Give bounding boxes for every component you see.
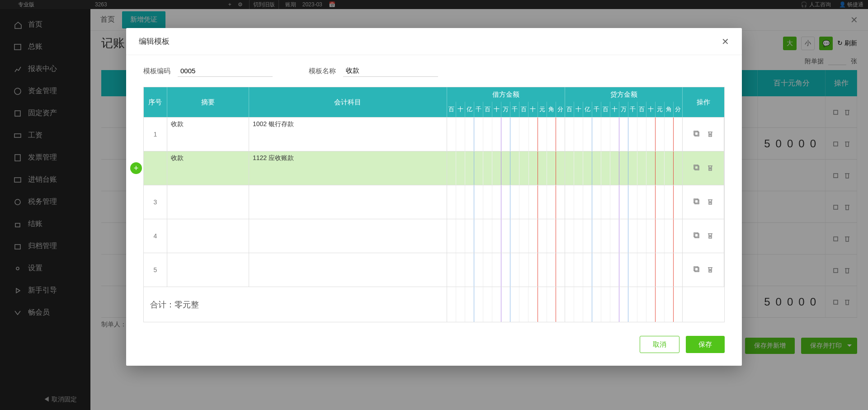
template-row[interactable]: 3	[144, 185, 724, 219]
unit-cell: 千	[474, 102, 483, 117]
total-label: 合计：零元整	[144, 287, 447, 322]
close-icon[interactable]: ✕	[722, 36, 729, 47]
cell-credit[interactable]	[565, 118, 683, 151]
unit-cell: 分	[674, 102, 682, 117]
cell-credit[interactable]	[565, 185, 683, 219]
unit-cell: 百	[483, 102, 492, 117]
cell-summary[interactable]	[167, 253, 249, 287]
cell-credit[interactable]	[565, 253, 683, 287]
unit-cell: 十	[492, 102, 501, 117]
cell-account[interactable]	[249, 185, 447, 219]
unit-cell: 百	[601, 102, 610, 117]
unit-cell: 十	[456, 102, 465, 117]
unit-cell: 角	[665, 102, 674, 117]
delete-row-icon[interactable]	[707, 130, 714, 139]
cell-ops	[683, 253, 724, 287]
copy-row-icon[interactable]	[693, 266, 700, 274]
col-summary: 摘要	[167, 87, 249, 117]
template-row[interactable]: +收款1122 应收账款	[144, 151, 724, 185]
cell-account[interactable]	[249, 219, 447, 253]
template-row[interactable]: 1收款1002 银行存款	[144, 117, 724, 151]
copy-row-icon[interactable]	[693, 232, 700, 240]
template-row[interactable]: 4	[144, 219, 724, 253]
template-row[interactable]: 5	[144, 253, 724, 287]
unit-cell: 万	[619, 102, 628, 117]
unit-cell: 千	[628, 102, 637, 117]
cell-account[interactable]: 1122 应收账款	[249, 151, 447, 185]
cell-summary[interactable]	[167, 185, 249, 219]
col-debit: 借方金额	[447, 87, 565, 102]
cell-seq: 1	[144, 118, 167, 151]
template-table: 序号 摘要 会计科目 借方金额 百十亿千百十万千百十元角分 贷方金额 百十亿千百…	[143, 87, 725, 322]
cell-credit[interactable]	[565, 151, 683, 185]
template-code-label: 模板编码	[143, 67, 170, 75]
unit-cell: 百	[519, 102, 528, 117]
unit-cell: 亿	[583, 102, 592, 117]
cell-seq: 4	[144, 219, 167, 253]
col-account: 会计科目	[249, 87, 447, 117]
template-name-input[interactable]	[343, 65, 438, 77]
delete-row-icon[interactable]	[707, 164, 714, 173]
col-credit: 贷方金额	[565, 87, 683, 102]
cell-account[interactable]	[249, 253, 447, 287]
unit-cell: 角	[547, 102, 556, 117]
cell-debit[interactable]	[447, 253, 565, 287]
unit-cell: 元	[538, 102, 547, 117]
unit-cell: 十	[646, 102, 656, 117]
unit-cell: 十	[610, 102, 619, 117]
cell-summary[interactable]: 收款	[167, 118, 249, 151]
cell-credit[interactable]	[565, 219, 683, 253]
cell-summary[interactable]	[167, 219, 249, 253]
add-row-button[interactable]: +	[130, 162, 142, 174]
cell-account[interactable]: 1002 银行存款	[249, 118, 447, 151]
unit-cell: 千	[510, 102, 519, 117]
template-code-input[interactable]	[178, 65, 273, 77]
edit-template-modal: 编辑模板 ✕ 模板编码 模板名称 序号 摘要 会计科目 借方金额 百十亿千百十万…	[126, 28, 742, 366]
unit-cell: 百	[447, 102, 456, 117]
unit-cell: 十	[528, 102, 538, 117]
cell-ops	[683, 118, 724, 151]
save-template-button[interactable]: 保存	[686, 336, 725, 353]
cell-ops	[683, 151, 724, 185]
modal-title: 编辑模板	[139, 36, 170, 47]
col-seq: 序号	[144, 87, 167, 117]
unit-cell: 分	[556, 102, 565, 117]
cell-debit[interactable]	[447, 185, 565, 219]
cell-debit[interactable]	[447, 118, 565, 151]
cell-ops	[683, 219, 724, 253]
cancel-button[interactable]: 取消	[640, 336, 679, 353]
col-ops: 操作	[683, 87, 724, 117]
unit-cell: 千	[592, 102, 601, 117]
unit-cell: 百	[565, 102, 574, 117]
cell-debit[interactable]	[447, 219, 565, 253]
cell-debit[interactable]	[447, 151, 565, 185]
unit-cell: 百	[637, 102, 646, 117]
template-name-label: 模板名称	[309, 67, 336, 75]
delete-row-icon[interactable]	[707, 232, 714, 240]
unit-cell: 元	[656, 102, 665, 117]
cell-seq	[144, 151, 167, 185]
cell-ops	[683, 185, 724, 219]
delete-row-icon[interactable]	[707, 266, 714, 274]
unit-cell: 万	[501, 102, 510, 117]
copy-row-icon[interactable]	[693, 164, 700, 173]
cell-summary[interactable]: 收款	[167, 151, 249, 185]
cell-seq: 3	[144, 185, 167, 219]
copy-row-icon[interactable]	[693, 130, 700, 139]
cell-seq: 5	[144, 253, 167, 287]
copy-row-icon[interactable]	[693, 198, 700, 207]
delete-row-icon[interactable]	[707, 198, 714, 207]
unit-cell: 十	[574, 102, 583, 117]
unit-cell: 亿	[465, 102, 474, 117]
